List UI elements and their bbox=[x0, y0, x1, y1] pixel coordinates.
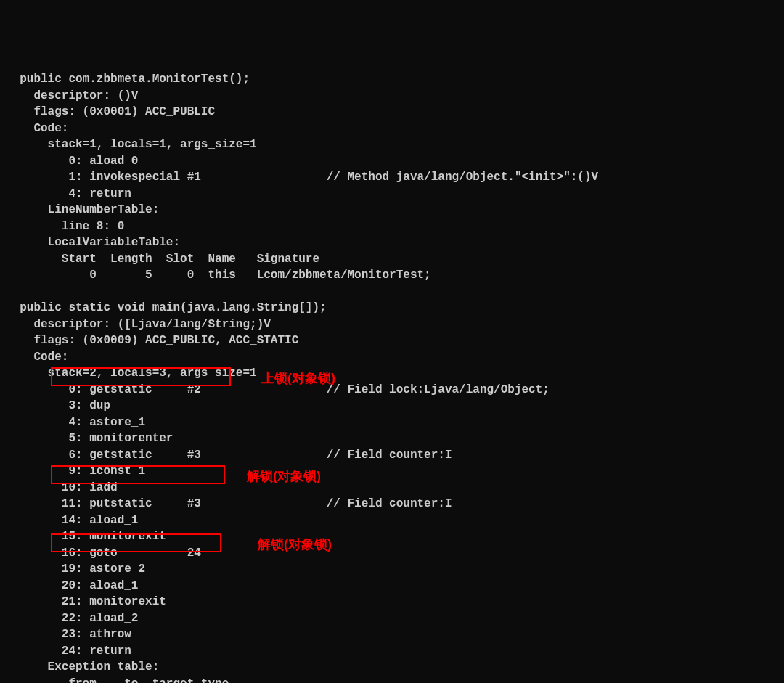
code-line: 19: astore_2 bbox=[6, 561, 784, 578]
code-line: 1: invokespecial #1 // Method java/lang/… bbox=[6, 169, 784, 186]
code-line: descriptor: ([Ljava/lang/String;)V bbox=[6, 316, 784, 333]
code-line: 5: monitorenter bbox=[6, 430, 784, 447]
code-line: stack=1, locals=1, args_size=1 bbox=[6, 136, 784, 153]
code-line: 0 5 0 this Lcom/zbbmeta/MonitorTest; bbox=[6, 267, 784, 284]
bytecode-output: public com.zbbmeta.MonitorTest(); descri… bbox=[6, 71, 784, 683]
code-line: 3: dup bbox=[6, 398, 784, 414]
code-line: 11: putstatic #3 // Field counter:I bbox=[6, 496, 784, 512]
code-line: 22: aload_2 bbox=[6, 610, 784, 627]
code-line: 4: return bbox=[6, 186, 784, 203]
code-line: 9: iconst_1 bbox=[6, 463, 784, 480]
code-line: 14: aload_1 bbox=[6, 512, 784, 529]
code-line: 23: athrow bbox=[6, 626, 784, 643]
code-line: LocalVariableTable: bbox=[6, 234, 784, 251]
code-line: 16: goto 24 bbox=[6, 545, 784, 562]
code-line: flags: (0x0001) ACC_PUBLIC bbox=[6, 104, 784, 120]
code-line: Code: bbox=[6, 120, 784, 137]
code-line: 0: getstatic #2 // Field lock:Ljava/lang… bbox=[6, 382, 784, 398]
code-line: Code: bbox=[6, 349, 784, 366]
code-line: Exception table: bbox=[6, 659, 784, 676]
code-line: 20: aload_1 bbox=[6, 578, 784, 594]
code-line: 15: monitorexit bbox=[6, 528, 784, 545]
code-line: 21: monitorexit bbox=[6, 594, 784, 610]
code-line: Start Length Slot Name Signature bbox=[6, 251, 784, 268]
code-line: from to target type bbox=[6, 676, 784, 684]
code-line: 6: getstatic #3 // Field counter:I bbox=[6, 447, 784, 464]
code-line: LineNumberTable: bbox=[6, 202, 784, 218]
code-line: public static void main(java.lang.String… bbox=[6, 300, 784, 316]
code-line: public com.zbbmeta.MonitorTest(); bbox=[6, 71, 784, 88]
code-line: stack=2, locals=3, args_size=1 bbox=[6, 365, 784, 382]
code-line: 10: iadd bbox=[6, 480, 784, 496]
code-line bbox=[6, 284, 784, 300]
code-line: 0: aload_0 bbox=[6, 153, 784, 170]
code-line: 24: return bbox=[6, 643, 784, 660]
code-line: line 8: 0 bbox=[6, 218, 784, 235]
code-line: 4: astore_1 bbox=[6, 414, 784, 431]
code-line: flags: (0x0009) ACC_PUBLIC, ACC_STATIC bbox=[6, 332, 784, 349]
code-line: descriptor: ()V bbox=[6, 88, 784, 105]
